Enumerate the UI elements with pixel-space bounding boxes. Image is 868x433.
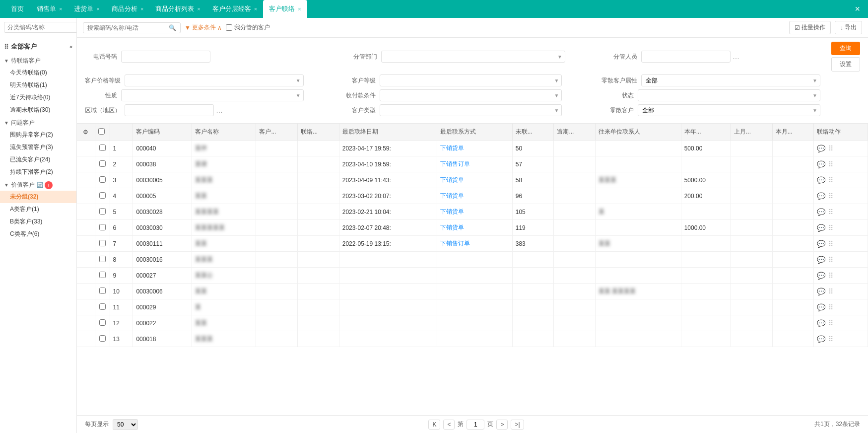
more-actions-icon[interactable]: ⠿ bbox=[828, 256, 833, 264]
close-all-button[interactable]: × bbox=[851, 4, 864, 14]
sidebar-item-class-b[interactable]: B类客户(33) bbox=[0, 216, 76, 228]
sidebar-item-churn-warn[interactable]: 流失预警客户(3) bbox=[0, 141, 76, 153]
contact-method-link[interactable]: 下销货单 bbox=[440, 176, 464, 183]
contact-method-link[interactable]: 下销售订单 bbox=[440, 160, 470, 167]
all-customers-header[interactable]: ⠿ 全部客户 « bbox=[0, 39, 76, 54]
sidebar-item-ungrouped[interactable]: 未分组(32) bbox=[0, 191, 76, 203]
last-contact-method-cell[interactable]: 下销货单 bbox=[437, 204, 512, 220]
row-select-checkbox[interactable] bbox=[99, 208, 106, 215]
tab-close-icon[interactable]: × bbox=[59, 6, 62, 12]
row-select-checkbox[interactable] bbox=[99, 335, 106, 342]
chat-icon[interactable]: 💬 bbox=[817, 256, 825, 264]
select-all-checkbox[interactable] bbox=[98, 128, 105, 135]
contact-col[interactable]: 联络... bbox=[298, 124, 339, 141]
more-actions-icon[interactable]: ⠿ bbox=[828, 319, 833, 327]
prev-page-button[interactable]: < bbox=[443, 420, 455, 430]
chat-icon[interactable]: 💬 bbox=[817, 335, 825, 343]
sidebar-item-class-a[interactable]: A类客户(1) bbox=[0, 203, 76, 216]
table-cell[interactable] bbox=[437, 252, 512, 268]
chat-icon[interactable]: 💬 bbox=[817, 208, 825, 216]
more-actions-icon[interactable]: ⠿ bbox=[828, 144, 833, 152]
my-customers-checkbox[interactable] bbox=[226, 24, 232, 31]
contact-method-link[interactable]: 下销货单 bbox=[440, 224, 464, 231]
contact-method-link[interactable]: 下销货单 bbox=[440, 144, 464, 151]
sidebar-item-today[interactable]: 今天待联络(0) bbox=[0, 67, 76, 79]
chat-icon[interactable]: 💬 bbox=[817, 303, 825, 311]
row-select-checkbox[interactable] bbox=[99, 176, 106, 183]
contact-method-link[interactable]: 下销售订单 bbox=[440, 240, 470, 247]
last-contact-method-cell[interactable]: 下销货单 bbox=[437, 172, 512, 188]
last-contact-date-col[interactable]: 最后联络日期 bbox=[339, 124, 437, 141]
last-contact-method-cell[interactable]: 下销售订单 bbox=[437, 236, 512, 252]
settings-col[interactable]: ⚙ bbox=[77, 124, 95, 141]
more-actions-icon[interactable]: ⠿ bbox=[828, 224, 833, 232]
table-cell[interactable] bbox=[437, 315, 512, 331]
more-actions-icon[interactable]: ⠿ bbox=[828, 335, 833, 343]
more-actions-icon[interactable]: ⠿ bbox=[828, 160, 833, 168]
tab-close-icon[interactable]: × bbox=[140, 6, 143, 12]
nav-tab-客户分层经客[interactable]: 客户分层经客× bbox=[206, 0, 263, 18]
contact-method-link[interactable]: 下销货单 bbox=[440, 192, 464, 199]
next-page-button[interactable]: > bbox=[496, 420, 508, 430]
sidebar-item-7days[interactable]: 近7天待联络(0) bbox=[0, 91, 76, 104]
last-contact-method-cell[interactable]: 下销货单 bbox=[437, 188, 512, 204]
table-cell[interactable] bbox=[437, 299, 512, 315]
nav-tab-销售单[interactable]: 销售单× bbox=[31, 0, 68, 18]
row-select-checkbox[interactable] bbox=[99, 192, 106, 199]
customer-level-select[interactable] bbox=[380, 74, 562, 86]
last-contact-method-col[interactable]: 最后联系方式 bbox=[437, 124, 512, 141]
per-page-select[interactable]: 50 100 200 bbox=[113, 419, 138, 430]
row-select-checkbox[interactable] bbox=[99, 272, 106, 278]
more-actions-icon[interactable]: ⠿ bbox=[828, 240, 833, 248]
retail-customer-select[interactable]: 全部 bbox=[638, 104, 820, 116]
contact-method-link[interactable]: 下销货单 bbox=[440, 208, 464, 215]
customer-type-select[interactable] bbox=[380, 104, 562, 116]
nav-tab-商品分析[interactable]: 商品分析× bbox=[106, 0, 149, 18]
tab-close-icon[interactable]: × bbox=[254, 6, 257, 12]
tab-close-icon[interactable]: × bbox=[197, 6, 200, 12]
row-select-checkbox[interactable] bbox=[99, 144, 106, 151]
table-cell[interactable] bbox=[437, 284, 512, 299]
first-page-button[interactable]: K bbox=[428, 420, 440, 430]
more-actions-icon[interactable]: ⠿ bbox=[828, 192, 833, 200]
staff-more-button[interactable]: … bbox=[731, 53, 741, 61]
batch-ops-button[interactable]: ☑ 批量操作 bbox=[789, 21, 831, 34]
row-select-checkbox[interactable] bbox=[99, 224, 106, 230]
phone-input[interactable] bbox=[121, 51, 210, 63]
chat-icon[interactable]: 💬 bbox=[817, 176, 825, 184]
home-tab[interactable]: 首页 bbox=[4, 4, 31, 13]
nav-tab-商品分析列表[interactable]: 商品分析列表× bbox=[149, 0, 206, 18]
nav-tab-进货单[interactable]: 进货单× bbox=[68, 0, 105, 18]
region-input[interactable] bbox=[125, 104, 214, 116]
type-col[interactable]: 客户... bbox=[256, 124, 298, 141]
action-col[interactable]: 联络动作 bbox=[814, 124, 868, 141]
retail-attr-select[interactable]: 全部 bbox=[641, 74, 820, 86]
this-month-col[interactable]: 本月... bbox=[772, 124, 814, 141]
region-more-button[interactable]: … bbox=[214, 106, 225, 114]
last-contact-method-cell[interactable]: 下销售订单 bbox=[437, 156, 512, 172]
unit-contact-col[interactable]: 往来单位联系人 bbox=[596, 124, 681, 141]
last-month-col[interactable]: 上月... bbox=[731, 124, 773, 141]
staff-input[interactable] bbox=[641, 51, 731, 63]
main-search-input[interactable] bbox=[87, 24, 167, 31]
more-actions-icon[interactable]: ⠿ bbox=[828, 272, 833, 280]
chat-icon[interactable]: 💬 bbox=[817, 240, 825, 248]
more-actions-icon[interactable]: ⠿ bbox=[828, 176, 833, 184]
export-button[interactable]: ↓ 导出 bbox=[835, 21, 862, 34]
status-select[interactable] bbox=[638, 89, 820, 101]
more-conditions-button[interactable]: ▼ 更多条件 ∧ bbox=[185, 23, 222, 32]
name-col[interactable]: 客户名称 bbox=[192, 124, 256, 141]
code-col[interactable]: 客户编码 bbox=[133, 124, 192, 141]
row-select-checkbox[interactable] bbox=[99, 240, 106, 246]
chat-icon[interactable]: 💬 bbox=[817, 288, 825, 295]
more-actions-icon[interactable]: ⠿ bbox=[828, 208, 833, 216]
table-cell[interactable] bbox=[437, 331, 512, 347]
row-select-checkbox[interactable] bbox=[99, 319, 106, 326]
page-input[interactable] bbox=[467, 420, 484, 430]
chat-icon[interactable]: 💬 bbox=[817, 319, 825, 327]
sidebar-item-churned[interactable]: 已流失客户(24) bbox=[0, 153, 76, 166]
sidebar-item-declining[interactable]: 持续下滑客户(2) bbox=[0, 166, 76, 178]
reset-button[interactable]: 设置 bbox=[831, 57, 860, 72]
no-contact-col[interactable]: 未联... bbox=[512, 124, 554, 141]
main-search-icon[interactable]: 🔍 bbox=[169, 24, 176, 31]
